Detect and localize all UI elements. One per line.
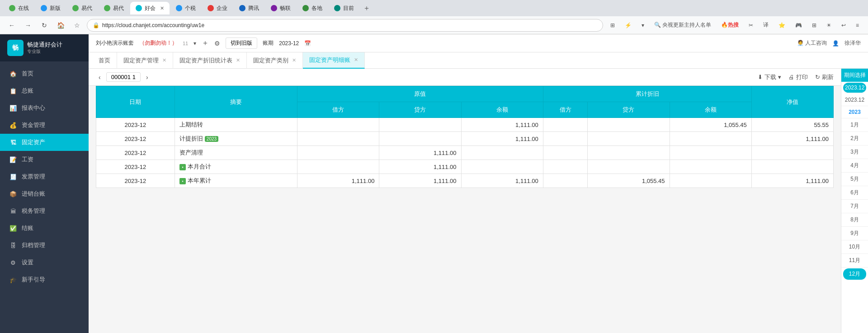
period-item[interactable]: 5月 xyxy=(841,173,868,186)
sidebar-item-label: 归档管理 xyxy=(22,241,45,249)
browser-tab[interactable]: 目前 xyxy=(329,2,359,14)
cell-orig-credit: 1,111.00 xyxy=(379,174,461,188)
browser-tab[interactable]: 畅联 xyxy=(265,2,296,14)
grid-icon[interactable]: ⊞ xyxy=(808,20,820,30)
period-item[interactable]: 4月 xyxy=(841,159,868,173)
undo-icon[interactable]: ↩ xyxy=(838,20,849,30)
cell-accum-credit: 1,055.45 xyxy=(588,174,670,188)
game-icon[interactable]: 🎮 xyxy=(792,20,806,30)
tab-close-icon[interactable]: ✕ xyxy=(162,57,166,63)
reload-button[interactable]: ↻ xyxy=(38,19,51,32)
back-button[interactable]: ← xyxy=(5,19,18,32)
browser-tab[interactable]: 好会✕ xyxy=(130,2,170,14)
period-item[interactable]: 2023.12 xyxy=(841,94,868,106)
cell-orig-credit: 1,111.00 xyxy=(379,160,461,174)
sidebar-item-结账[interactable]: ✅结账 xyxy=(0,220,89,237)
browser-tab[interactable]: 个税 xyxy=(170,2,201,14)
period-item[interactable]: 3月 xyxy=(841,145,868,159)
next-page-button[interactable]: › xyxy=(143,73,151,82)
sidebar-item-进销台账[interactable]: 📦进销台账 xyxy=(0,185,89,202)
sidebar-item-工资[interactable]: 📝工资 xyxy=(0,151,89,168)
period-item[interactable]: 7月 xyxy=(841,200,868,213)
page-tab-固定资产类别[interactable]: 固定资产类别✕ xyxy=(247,52,303,69)
sidebar-item-发票管理[interactable]: 🧾发票管理 xyxy=(0,168,89,185)
col-orig-balance: 余额 xyxy=(461,102,543,118)
sidebar-item-设置[interactable]: ⚙设置 xyxy=(0,254,89,271)
topbar-right: 🧑‍💼 人工咨询 👤 徐泽华 xyxy=(797,39,861,47)
period-item[interactable]: 12月 xyxy=(843,268,866,280)
bookmark-button[interactable]: ☆ xyxy=(71,19,83,32)
search-label: 央视更新主持人名单 xyxy=(662,22,711,28)
star-icon[interactable]: ⭐ xyxy=(775,20,789,30)
dropdown-icon[interactable]: ▾ xyxy=(638,20,648,30)
sidebar-item-固定资产[interactable]: 🏗固定资产 xyxy=(0,134,89,151)
browser-tab[interactable]: 腾讯 xyxy=(234,2,264,14)
period-item[interactable]: 2023 xyxy=(841,106,868,118)
sidebar-icon: 📦 xyxy=(9,190,17,198)
sidebar-logo: 畅 畅捷通好会计 专业版 xyxy=(0,34,89,61)
hot-search-button[interactable]: 🔥热搜 xyxy=(717,19,742,31)
sidebar-item-总账[interactable]: 📋总账 xyxy=(0,82,89,99)
address-bar[interactable]: 🔒 https://cloud.chanjet.com/accounting/u… xyxy=(87,19,603,32)
browser-tab[interactable]: 易代 xyxy=(67,2,98,14)
topbar-dropdown[interactable]: ▾ xyxy=(193,40,196,47)
search-icon[interactable]: 🔍 央视更新主持人名单 xyxy=(651,19,715,31)
topbar-service-btn[interactable]: 🧑‍💼 人工咨询 xyxy=(797,39,827,47)
browser-tab[interactable]: 易代 xyxy=(99,2,129,14)
period-item[interactable]: 10月 xyxy=(841,240,868,254)
scissors-icon[interactable]: ✂ xyxy=(745,20,757,30)
qr-icon[interactable]: ⊞ xyxy=(607,20,618,30)
lightning-icon[interactable]: ⚡ xyxy=(621,20,635,30)
page-tab-固定资产折旧统计表[interactable]: 固定资产折旧统计表✕ xyxy=(173,52,247,69)
home-button[interactable]: 🏠 xyxy=(54,19,67,32)
forward-button[interactable]: → xyxy=(22,19,34,32)
sidebar-item-label: 发票管理 xyxy=(22,173,45,181)
browser-tab[interactable]: 企业 xyxy=(202,2,233,14)
browser-tab[interactable]: 新版 xyxy=(35,2,66,14)
tab-close-icon[interactable]: ✕ xyxy=(354,57,358,63)
sidebar-item-资金管理[interactable]: 💰资金管理 xyxy=(0,117,89,134)
topbar-add[interactable]: ＋ xyxy=(202,38,209,48)
browser-tab[interactable]: 在线 xyxy=(4,2,34,14)
print-icon: 🖨 xyxy=(788,74,794,80)
topbar-calendar-icon[interactable]: 📅 xyxy=(304,40,311,47)
period-item[interactable]: 9月 xyxy=(841,227,868,240)
page-tab-固定资产管理[interactable]: 固定资产管理✕ xyxy=(117,52,173,69)
page-tab-固定资产明细账[interactable]: 固定资产明细账✕ xyxy=(303,52,365,69)
download-button[interactable]: ⬇ 下载 ▾ xyxy=(758,73,781,81)
tab-close-icon[interactable]: ✕ xyxy=(292,57,296,63)
sidebar-item-label: 首页 xyxy=(22,70,33,78)
print-button[interactable]: 🖨 打印 xyxy=(788,73,808,81)
page-tab-首页[interactable]: 首页 xyxy=(92,52,117,69)
sidebar-item-首页[interactable]: 🏠首页 xyxy=(0,65,89,82)
sidebar-icon: 🧾 xyxy=(9,173,17,181)
period-item[interactable]: 2月 xyxy=(841,132,868,145)
sidebar-item-税务管理[interactable]: 🏛税务管理 xyxy=(0,202,89,220)
sun-icon[interactable]: ☀ xyxy=(823,20,835,30)
sidebar-item-新手引导[interactable]: 🎓新手引导 xyxy=(0,271,89,288)
refresh-button[interactable]: ↻ 刷新 xyxy=(815,73,834,81)
row-type-icon: ▪ xyxy=(179,178,186,184)
tab-close-icon[interactable]: ✕ xyxy=(236,57,240,63)
period-item[interactable]: 11月 xyxy=(841,254,868,267)
period-item[interactable]: 6月 xyxy=(841,186,868,200)
prev-page-button[interactable]: ‹ xyxy=(96,73,104,82)
period-item[interactable]: 8月 xyxy=(841,213,868,227)
cell-net-value: 1,111.00 xyxy=(751,174,833,188)
sidebar-item-报表中心[interactable]: 📊报表中心 xyxy=(0,99,89,117)
switch-version-button[interactable]: 切到旧版 xyxy=(226,38,257,49)
period-item[interactable]: 2023.12 xyxy=(843,83,866,93)
col-orig-debit: 借方 xyxy=(297,102,379,118)
page-number-display[interactable]: 000001 1 xyxy=(106,72,141,82)
translate-icon[interactable]: 译 xyxy=(760,19,772,31)
menu-icon[interactable]: ≡ xyxy=(852,20,863,30)
period-item[interactable]: 1月 xyxy=(841,118,868,132)
browser-tab[interactable]: 各地 xyxy=(297,2,328,14)
topbar-settings[interactable]: ⚙ xyxy=(214,40,220,47)
new-tab-button[interactable]: ＋ xyxy=(360,2,373,14)
cell-summary: 资产清理 xyxy=(175,146,297,160)
sidebar-nav: 🏠首页📋总账📊报表中心💰资金管理🏗固定资产📝工资🧾发票管理📦进销台账🏛税务管理✅… xyxy=(0,61,89,333)
sidebar-item-label: 固定资产 xyxy=(22,138,45,146)
cell-date: 2023-12 xyxy=(96,160,175,174)
sidebar-item-归档管理[interactable]: 🗄归档管理 xyxy=(0,237,89,254)
